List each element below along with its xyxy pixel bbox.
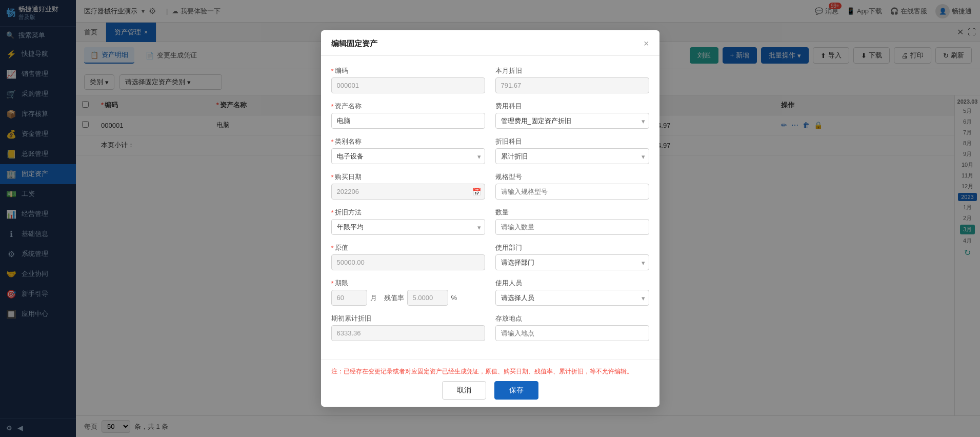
code-label: * 编码	[331, 66, 485, 75]
category-select[interactable]: 电子设备	[331, 148, 485, 164]
quantity-input[interactable]	[495, 219, 649, 235]
modal-note: 注：已经存在变更记录或者对应固定资产已经生成凭证，原值、购买日期、残值率、累计折…	[331, 367, 649, 376]
modal-close-button[interactable]: ×	[644, 38, 649, 49]
dep-method-select[interactable]: 年限平均	[331, 219, 485, 235]
period-unit: 月	[370, 293, 377, 303]
initial-dep-input[interactable]	[331, 325, 485, 341]
field-quantity: 数量	[495, 208, 649, 235]
field-expense-account: 费用科目 管理费用_固定资产折旧 ▾	[495, 102, 649, 129]
monthly-dep-input[interactable]	[495, 77, 649, 93]
field-department: 使用部门 请选择部门 ▾	[495, 243, 649, 270]
field-location: 存放地点	[495, 314, 649, 341]
period-label: * 期限	[331, 279, 485, 288]
expense-account-select[interactable]: 管理费用_固定资产折旧	[495, 113, 649, 129]
field-category: * 类别名称 电子设备 ▾	[331, 137, 485, 164]
modal-body: * 编码 本月折旧 * 资产名称	[321, 56, 659, 360]
cancel-button[interactable]: 取消	[442, 381, 486, 400]
category-select-wrapper: 电子设备 ▾	[331, 148, 485, 164]
model-label: 规格型号	[495, 172, 649, 182]
modal-footer: 注：已经存在变更记录或者对应固定资产已经生成凭证，原值、购买日期、残值率、累计折…	[321, 360, 659, 407]
initial-dep-label: 期初累计折旧	[331, 314, 485, 323]
model-input[interactable]	[495, 184, 649, 200]
field-code: * 编码	[331, 66, 485, 93]
dep-method-label: * 折旧方法	[331, 208, 485, 217]
field-dep-account: 折旧科目 累计折旧 ▾	[495, 137, 649, 164]
modal-row-2: * 资产名称 费用科目 管理费用_固定资产折旧 ▾	[331, 102, 649, 129]
person-select[interactable]: 请选择人员	[495, 290, 649, 306]
residual-rate-label: 残值率	[384, 293, 404, 303]
save-button[interactable]: 保存	[494, 381, 538, 400]
asset-name-label: * 资产名称	[331, 102, 485, 111]
modal-row-3: * 类别名称 电子设备 ▾ 折旧科目	[331, 137, 649, 164]
dep-account-select[interactable]: 累计折旧	[495, 148, 649, 164]
asset-name-input[interactable]	[331, 113, 485, 129]
expense-account-label: 费用科目	[495, 102, 649, 111]
dep-account-label: 折旧科目	[495, 137, 649, 146]
field-dep-method: * 折旧方法 年限平均 ▾	[331, 208, 485, 235]
purchase-date-label: * 购买日期	[331, 172, 485, 182]
code-input[interactable]	[331, 77, 485, 93]
field-monthly-dep: 本月折旧	[495, 66, 649, 93]
quantity-label: 数量	[495, 208, 649, 217]
original-value-label: * 原值	[331, 243, 485, 252]
field-initial-dep: 期初累计折旧	[331, 314, 485, 341]
modal-actions: 取消 保存	[331, 381, 649, 400]
modal-row-8: 期初累计折旧 存放地点	[331, 314, 649, 341]
department-label: 使用部门	[495, 243, 649, 252]
field-asset-name: * 资产名称	[331, 102, 485, 129]
modal-row-7: * 期限 月 残值率 % 使用人员	[331, 279, 649, 306]
dep-method-select-wrapper: 年限平均 ▾	[331, 219, 485, 235]
location-label: 存放地点	[495, 314, 649, 323]
department-select[interactable]: 请选择部门	[495, 254, 649, 270]
period-row: 月 残值率 %	[331, 290, 485, 306]
expense-account-select-wrapper: 管理费用_固定资产折旧 ▾	[495, 113, 649, 129]
period-input[interactable]	[331, 290, 367, 306]
modal-row-4: * 购买日期 📅 规格型号	[331, 172, 649, 200]
category-label: * 类别名称	[331, 137, 485, 146]
modal-row-1: * 编码 本月折旧	[331, 66, 649, 93]
modal-title: 编辑固定资产	[331, 39, 377, 49]
residual-rate-input[interactable]	[407, 290, 448, 306]
person-select-wrapper: 请选择人员 ▾	[495, 290, 649, 306]
modal-row-6: * 原值 使用部门 请选择部门 ▾	[331, 243, 649, 270]
dep-account-select-wrapper: 累计折旧 ▾	[495, 148, 649, 164]
field-purchase-date: * 购买日期 📅	[331, 172, 485, 200]
person-label: 使用人员	[495, 279, 649, 288]
residual-rate-unit: %	[451, 294, 457, 302]
calendar-icon[interactable]: 📅	[472, 188, 481, 196]
modal-overlay[interactable]: 编辑固定资产 × * 编码 本月折旧	[0, 0, 980, 437]
field-person: 使用人员 请选择人员 ▾	[495, 279, 649, 306]
purchase-date-wrapper: 📅	[331, 184, 485, 200]
field-period: * 期限 月 残值率 %	[331, 279, 485, 306]
modal-row-5: * 折旧方法 年限平均 ▾ 数量	[331, 208, 649, 235]
modal-header: 编辑固定资产 ×	[321, 30, 659, 56]
monthly-dep-label: 本月折旧	[495, 66, 649, 75]
field-original-value: * 原值	[331, 243, 485, 270]
location-input[interactable]	[495, 325, 649, 341]
original-value-input[interactable]	[331, 254, 485, 270]
department-select-wrapper: 请选择部门 ▾	[495, 254, 649, 270]
purchase-date-input[interactable]	[331, 184, 485, 200]
field-model: 规格型号	[495, 172, 649, 200]
edit-fixed-asset-modal: 编辑固定资产 × * 编码 本月折旧	[321, 30, 659, 407]
